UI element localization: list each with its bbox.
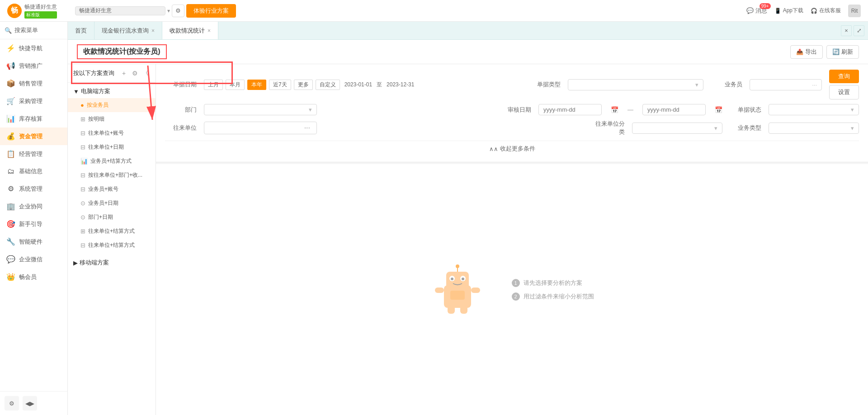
scheme-item-counterparty-settle1[interactable]: ⊞ 往来单位+结算方式 xyxy=(68,224,156,238)
scheme-item-salesman-date[interactable]: ⊙ 业务员+日期 xyxy=(68,196,156,210)
inventory-label: 库存核算 xyxy=(19,115,42,123)
collab-label: 企业协同 xyxy=(19,203,42,211)
query-button[interactable]: 查询 xyxy=(829,70,859,83)
counterparty-cat-dropdown-icon: ▾ xyxy=(714,125,717,132)
audit-date-to[interactable] xyxy=(642,104,706,115)
scheme-group-mobile-title[interactable]: ▶ 移动端方案 xyxy=(68,256,156,269)
doc-status-select[interactable]: ▾ xyxy=(769,104,859,115)
sidebar-item-member[interactable]: 👑 畅会员 xyxy=(0,268,67,286)
tab-receivable-close[interactable]: × xyxy=(208,28,211,34)
scheme-item-counterparty-date[interactable]: ⊟ 往来单位+日期 xyxy=(68,140,156,154)
breadcrumb-dropdown[interactable]: ▾ xyxy=(167,8,170,14)
doctype-select[interactable]: ▾ xyxy=(568,79,703,90)
tip-text-2: 用过滤条件来缩小分析范围 xyxy=(524,292,594,301)
empty-state: 1 请先选择要分析的方案 2 用过滤条件来缩小分析范围 xyxy=(156,164,868,415)
doc-status-label: 单据状态 xyxy=(730,106,761,114)
sidebar-item-inventory[interactable]: 📊 库存核算 xyxy=(0,110,67,127)
finance-label: 资金管理 xyxy=(19,132,42,141)
salesman-select[interactable]: ··· xyxy=(750,79,822,90)
scheme-panel-header: 按以下方案查询 + ⚙ 《 xyxy=(68,64,156,83)
online-service-link[interactable]: 🎧 在线客服 xyxy=(811,7,841,14)
tab-cashflow[interactable]: 现金银行流水查询 × xyxy=(94,22,162,39)
audit-date-from-icon[interactable]: 📅 xyxy=(611,106,618,113)
dept-select[interactable]: ▾ xyxy=(204,104,317,115)
scheme-item-icon-9: ⊞ xyxy=(80,228,85,235)
date-btn-7days[interactable]: 近7天 xyxy=(269,80,291,90)
date-btn-lastmonth[interactable]: 上月 xyxy=(204,80,223,90)
scheme-item-icon-8: ⊙ xyxy=(80,214,85,221)
sales-label: 销售管理 xyxy=(19,80,42,88)
sidebar-item-quicknav[interactable]: ⚡ 快捷导航 xyxy=(0,39,67,57)
counterparty-select[interactable]: ··· xyxy=(204,122,317,134)
scheme-item-detail[interactable]: ⊞ 按明细 xyxy=(68,112,156,126)
refresh-button[interactable]: 🔄 刷新 xyxy=(826,45,859,59)
counterparty-label: 往来单位 xyxy=(165,124,197,132)
biz-type-dropdown-icon: ▾ xyxy=(851,125,854,132)
scheme-item-salesman-settle[interactable]: 📊 业务员+结算方式 xyxy=(68,154,156,168)
date-btn-thismonth[interactable]: 本月 xyxy=(226,80,245,90)
scheme-item-icon-1: ⊞ xyxy=(80,116,85,123)
scheme-group-desktop-title[interactable]: ▼ 电脑端方案 xyxy=(68,85,156,98)
export-button[interactable]: 📤 导出 xyxy=(790,45,823,59)
tab-cashflow-close[interactable]: × xyxy=(151,28,155,34)
counterparty-cat-select[interactable]: ▾ xyxy=(632,123,722,134)
tab-receivable[interactable]: 收款情况统计 × xyxy=(162,22,218,39)
sidebar-search[interactable]: 🔍 搜索菜单 xyxy=(0,22,67,39)
guide-label: 新手引导 xyxy=(19,220,42,228)
scheme-add-btn[interactable]: + xyxy=(119,69,128,78)
export-label: 导出 xyxy=(805,48,817,56)
group-desktop-label: 电脑端方案 xyxy=(81,87,110,95)
sidebar-item-purchase[interactable]: 🛒 采购管理 xyxy=(0,92,67,110)
tab-close-all-btn[interactable]: × xyxy=(841,25,852,36)
date-btn-thisyear[interactable]: 本年 xyxy=(247,80,266,90)
header-tabs-area: ▾ ⚙ 体验行业方案 xyxy=(75,4,746,18)
sidebar-item-collab[interactable]: 🏢 企业协同 xyxy=(0,198,67,215)
settings-button[interactable]: 设置 xyxy=(829,85,859,99)
scheme-item-counterparty-settle2[interactable]: ⊟ 往来单位+结算方式 xyxy=(68,238,156,252)
audit-date-from[interactable] xyxy=(538,104,602,115)
scheme-item-bysalesman[interactable]: ● 按业务员 xyxy=(68,98,156,112)
app-download-link[interactable]: 📱 App下载 xyxy=(774,7,803,14)
user-avatar[interactable]: Rit xyxy=(848,5,861,17)
sidebar-item-operations[interactable]: 📋 经营管理 xyxy=(0,145,67,163)
sidebar-item-system[interactable]: ⚙ 系统管理 xyxy=(0,180,67,198)
notification-area[interactable]: 💬 消息 99+ xyxy=(746,7,767,15)
header-settings-btn[interactable]: ⚙ xyxy=(172,5,184,17)
scheme-item-label-2: 往来单位+账号 xyxy=(88,129,124,137)
date-btn-custom[interactable]: 自定义 xyxy=(316,80,340,90)
scheme-item-dept-date[interactable]: ⊙ 部门+日期 xyxy=(68,210,156,224)
content-body: 按以下方案查询 + ⚙ 《 ▼ 电脑端方案 ● 按业务员 ⊞ 按明 xyxy=(68,64,868,415)
counterparty-more-btn[interactable]: ··· xyxy=(302,124,312,132)
sidebar-collapse-btn[interactable]: ◀▶ xyxy=(23,396,37,410)
audit-date-to-icon[interactable]: 📅 xyxy=(715,106,722,113)
collapse-bar[interactable]: ∧∧ 收起更多条件 xyxy=(165,141,859,156)
scheme-settings-btn[interactable]: ⚙ xyxy=(130,69,139,78)
sidebar-item-guide[interactable]: 🎯 新手引导 xyxy=(0,215,67,233)
biz-type-select[interactable]: ▾ xyxy=(769,123,859,134)
sidebar-item-marketing[interactable]: 📢 营销推广 xyxy=(0,57,67,75)
scheme-collapse-btn[interactable]: 《 xyxy=(141,69,150,78)
sidebar-settings-btn[interactable]: ⚙ xyxy=(5,396,19,410)
sidebar-item-basicinfo[interactable]: 🗂 基础信息 xyxy=(0,163,67,180)
purchase-label: 采购管理 xyxy=(19,97,42,105)
sidebar-item-hardware[interactable]: 🔧 智能硬件 xyxy=(0,233,67,250)
hardware-label: 智能硬件 xyxy=(19,238,42,246)
tab-bar-actions: × ⤢ xyxy=(841,22,868,39)
scheme-item-salesman-account[interactable]: ⊟ 业务员+账号 xyxy=(68,182,156,196)
sidebar-item-sales[interactable]: 📦 销售管理 xyxy=(0,75,67,92)
operations-label: 经营管理 xyxy=(19,150,42,158)
tab-maximize-btn[interactable]: ⤢ xyxy=(854,25,864,36)
wxwork-icon: 💬 xyxy=(6,255,15,264)
scheme-item-icon-3: ⊟ xyxy=(80,144,85,151)
sidebar-item-wxwork[interactable]: 💬 企业微信 xyxy=(0,250,67,268)
date-btn-more[interactable]: 更多 xyxy=(294,80,313,90)
wxwork-label: 企业微信 xyxy=(19,255,42,264)
breadcrumb-input[interactable] xyxy=(75,6,165,15)
tab-home[interactable]: 首页 xyxy=(68,22,94,39)
app-download-label: App下载 xyxy=(783,7,803,14)
doc-status-dropdown-icon: ▾ xyxy=(851,106,854,113)
trial-button[interactable]: 体验行业方案 xyxy=(186,4,236,18)
scheme-item-counterparty-dept[interactable]: ⊟ 按往来单位+部门+收... xyxy=(68,168,156,182)
scheme-item-counterparty-account[interactable]: ⊟ 往来单位+账号 xyxy=(68,126,156,140)
sidebar-item-finance[interactable]: 💰 资金管理 xyxy=(0,127,67,145)
